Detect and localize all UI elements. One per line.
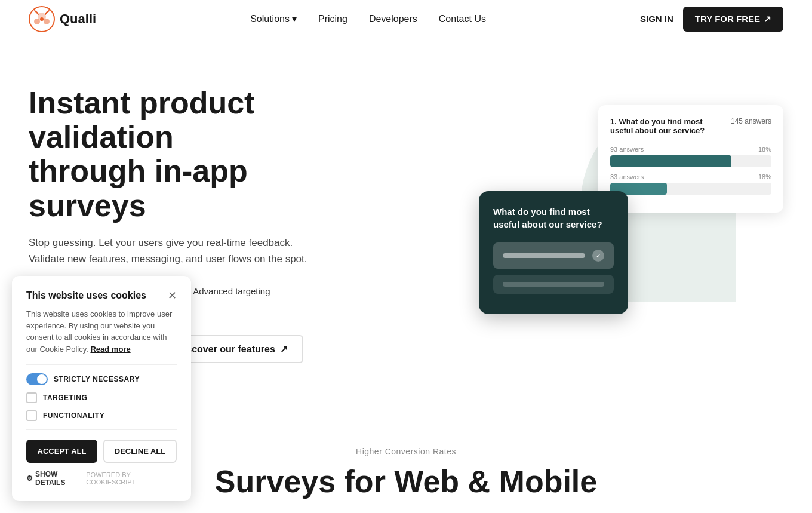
hero-title: Instant product validation through in-ap… [29, 86, 363, 223]
divider-2 [26, 429, 177, 430]
nav-pricing[interactable]: Pricing [318, 14, 347, 24]
divider-1 [26, 364, 177, 365]
hero-visual: 1. What do you find most useful about ou… [461, 99, 783, 350]
nav-links: Solutions ▾ Pricing Developers Contact U… [250, 13, 486, 24]
functionality-checkbox[interactable] [26, 410, 37, 421]
survey-bar-1 [503, 253, 585, 258]
show-details-button[interactable]: ⚙ SHOW DETAILS [26, 470, 86, 487]
strictly-necessary-row: STRICTLY NECESSARY [26, 370, 177, 389]
analytics-bar-1: 93 answers 18% [610, 146, 771, 167]
try-button[interactable]: TRY FOR FREE ↗ [683, 7, 783, 32]
navbar: Qualli Solutions ▾ Pricing Developers Co… [0, 0, 812, 38]
analytics-bar-2: 33 answers 18% [610, 173, 771, 195]
arrow-icon: ↗ [280, 343, 288, 355]
survey-bar-2 [503, 282, 604, 287]
logo[interactable]: Qualli [29, 6, 96, 32]
targeting-label: TARGETING [43, 394, 87, 402]
strictly-label: STRICTLY NECESSARY [54, 375, 140, 383]
cookie-close-button[interactable]: ✕ [168, 290, 177, 301]
nav-solutions[interactable]: Solutions ▾ [250, 13, 297, 24]
chevron-down-icon: ▾ [292, 13, 297, 24]
targeting-row: TARGETING [26, 389, 177, 407]
hero-subtitle: Stop guessing. Let your users give you r… [29, 235, 363, 267]
nav-actions: SIGN IN TRY FOR FREE ↗ [640, 7, 783, 32]
analytics-question: 1. What do you find most useful about ou… [610, 117, 718, 135]
feature-item-2: Advanced targeting [182, 286, 270, 296]
accept-all-button[interactable]: ACCEPT ALL [26, 440, 97, 463]
strictly-toggle[interactable] [26, 373, 48, 385]
nav-developers[interactable]: Developers [369, 14, 417, 24]
cookie-banner: This website uses cookies ✕ This website… [12, 276, 191, 501]
survey-popup-question: What do you find most useful about our s… [493, 205, 614, 231]
svg-point-2 [34, 19, 40, 24]
decline-all-button[interactable]: DECLINE ALL [103, 440, 177, 463]
cookie-title: This website uses cookies [26, 290, 146, 301]
bar-fill-1 [610, 155, 731, 167]
svg-point-3 [44, 19, 50, 24]
functionality-label: FUNCTIONALITY [43, 411, 104, 420]
read-more-link[interactable]: Read more [90, 345, 130, 354]
powered-by: POWERED BY COOKIESCRIPT [86, 471, 177, 486]
functionality-row: FUNCTIONALITY [26, 407, 177, 425]
cookie-buttons: ACCEPT ALL DECLINE ALL [26, 440, 177, 463]
feature-label-2: Advanced targeting [193, 286, 270, 296]
nav-contact[interactable]: Contact Us [439, 14, 486, 24]
check-icon: ✓ [592, 250, 604, 262]
survey-option-2[interactable] [493, 275, 614, 294]
targeting-checkbox[interactable] [26, 392, 37, 403]
logo-icon [29, 6, 55, 32]
svg-point-4 [40, 17, 44, 21]
survey-popup: What do you find most useful about our s… [479, 191, 628, 314]
cookie-body: This website uses cookies to improve use… [26, 308, 177, 355]
analytics-answers-count: 145 answers [731, 117, 771, 125]
gear-icon: ⚙ [26, 474, 33, 483]
signin-button[interactable]: SIGN IN [640, 14, 673, 24]
survey-option-1[interactable]: ✓ [493, 242, 614, 269]
arrow-icon: ↗ [764, 14, 771, 24]
logo-text: Qualli [60, 11, 96, 27]
cookie-header: This website uses cookies ✕ [26, 290, 177, 301]
